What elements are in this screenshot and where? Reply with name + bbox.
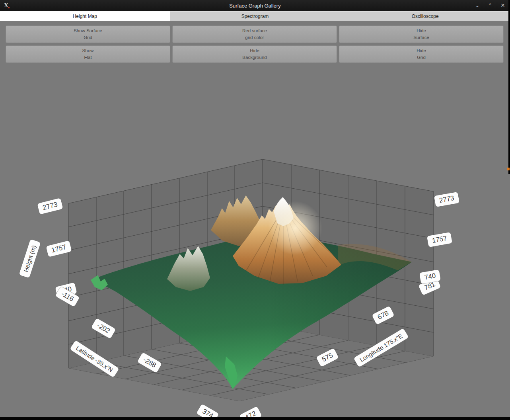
window-title: Surface Graph Gallery — [0, 3, 510, 9]
surface-plot-viewport[interactable] — [0, 21, 510, 420]
close-icon[interactable]: ✕ — [500, 0, 506, 11]
surface-grid-color-button[interactable]: Red surface grid color — [172, 25, 337, 43]
height-map-pane: Show Surface Grid Red surface grid color… — [0, 21, 510, 420]
desktop-edge-strip — [508, 0, 510, 174]
hide-grid-button[interactable]: Hide Grid — [339, 45, 504, 63]
toolbar: Show Surface Grid Red surface grid color… — [6, 25, 504, 63]
button-label: grid color — [245, 34, 264, 41]
button-label: Hide — [417, 27, 426, 34]
button-label: Hide — [250, 47, 259, 54]
tab-oscilloscope[interactable]: Oscilloscope — [340, 11, 510, 21]
window-titlebar: X Surface Graph Gallery ⌄ ⌃ ✕ — [0, 0, 510, 11]
tab-spectrogram[interactable]: Spectrogram — [170, 11, 341, 21]
button-label: Surface — [413, 34, 429, 41]
hide-background-button[interactable]: Hide Background — [172, 45, 337, 63]
button-label: Background — [242, 54, 267, 61]
desktop-edge-indicator — [507, 168, 510, 170]
tab-height-map[interactable]: Height Map — [0, 11, 170, 21]
button-label: Show — [82, 47, 94, 54]
slope-highlight — [268, 201, 322, 255]
tab-bar: Height Map Spectrogram Oscilloscope — [0, 11, 510, 21]
button-label: Show Surface — [74, 27, 102, 34]
button-label: Flat — [84, 54, 91, 61]
chevron-down-icon[interactable]: ⌄ — [474, 0, 481, 11]
button-label: Red surface — [242, 27, 267, 34]
button-label: Grid — [84, 34, 92, 41]
show-surface-grid-button[interactable]: Show Surface Grid — [6, 25, 170, 43]
button-label: Grid — [417, 54, 426, 61]
button-label: Hide — [417, 47, 426, 54]
bottom-screen-edge — [0, 417, 510, 420]
hide-surface-button[interactable]: Hide Surface — [339, 25, 504, 43]
show-flat-button[interactable]: Show Flat — [6, 45, 170, 63]
chevron-up-icon[interactable]: ⌃ — [487, 0, 493, 11]
